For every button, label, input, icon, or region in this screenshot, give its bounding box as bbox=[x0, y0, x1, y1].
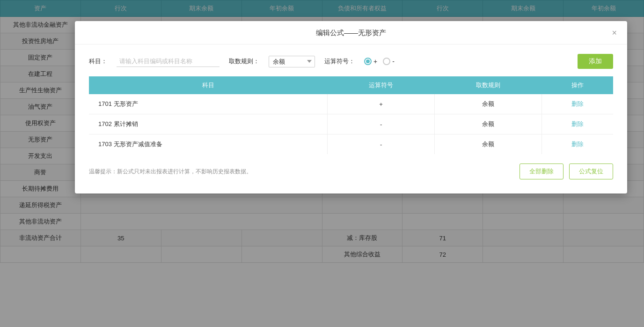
reset-formula-button[interactable]: 公式复位 bbox=[569, 164, 613, 179]
operator-minus-label: - bbox=[392, 58, 395, 65]
edit-formula-modal: 编辑公式——无形资产 × 科目： 取数规则： 余额 借方 贷方 借方发生额 贷方… bbox=[75, 21, 627, 193]
radio-plus-indicator bbox=[364, 58, 372, 65]
col-action-header: 操作 bbox=[542, 76, 613, 94]
row2-rule: 余额 bbox=[435, 114, 542, 134]
formula-table-wrap: 科目 运算符号 取数规则 操作 1701 无形资产 + 余额 删除 1702 累… bbox=[89, 76, 613, 154]
rule-select-wrap: 余额 借方 贷方 借方发生额 贷方发生额 bbox=[269, 56, 315, 67]
row1-action: 删除 bbox=[542, 94, 613, 114]
footer-buttons: 全部删除 公式复位 bbox=[520, 164, 613, 179]
operator-plus-label: + bbox=[373, 58, 377, 65]
row2-action: 删除 bbox=[542, 114, 613, 134]
row3-rule: 余额 bbox=[435, 134, 542, 155]
row3-delete-button[interactable]: 删除 bbox=[571, 140, 584, 149]
operator-minus-radio[interactable]: - bbox=[383, 58, 395, 65]
row3-operator: - bbox=[328, 134, 435, 155]
modal-header: 编辑公式——无形资产 × bbox=[75, 21, 627, 45]
subject-input[interactable] bbox=[117, 56, 220, 67]
row2-operator: - bbox=[328, 114, 435, 134]
operator-label: 运算符号： bbox=[324, 57, 355, 66]
modal-footer: 温馨提示：新公式只对未出报表进行计算，不影响历史报表数据。 全部删除 公式复位 bbox=[75, 154, 627, 179]
delete-all-button[interactable]: 全部删除 bbox=[520, 164, 564, 179]
formula-form-row: 科目： 取数规则： 余额 借方 贷方 借方发生额 贷方发生额 运算符号： + -… bbox=[75, 45, 627, 76]
modal-close-button[interactable]: × bbox=[609, 28, 620, 38]
row1-subject: 1701 无形资产 bbox=[89, 94, 328, 114]
row3-subject: 1703 无形资产减值准备 bbox=[89, 134, 328, 155]
row1-operator: + bbox=[328, 94, 435, 114]
row2-subject: 1702 累计摊销 bbox=[89, 114, 328, 134]
operator-plus-radio[interactable]: + bbox=[364, 58, 377, 65]
rule-label: 取数规则： bbox=[229, 57, 259, 66]
modal-title: 编辑公式——无形资产 bbox=[316, 29, 386, 37]
table-header-row: 科目 运算符号 取数规则 操作 bbox=[89, 76, 613, 94]
row2-delete-button[interactable]: 删除 bbox=[571, 120, 584, 128]
row3-action: 删除 bbox=[542, 134, 613, 155]
operator-radio-group: + - bbox=[364, 58, 395, 65]
subject-label: 科目： bbox=[89, 57, 107, 66]
table-row: 1701 无形资产 + 余额 删除 bbox=[89, 94, 613, 114]
table-row: 1702 累计摊销 - 余额 删除 bbox=[89, 114, 613, 134]
row1-rule: 余额 bbox=[435, 94, 542, 114]
col-rule-header: 取数规则 bbox=[435, 76, 542, 94]
col-operator-header: 运算符号 bbox=[328, 76, 435, 94]
table-row: 1703 无形资产减值准备 - 余额 删除 bbox=[89, 134, 613, 155]
footer-tip: 温馨提示：新公式只对未出报表进行计算，不影响历史报表数据。 bbox=[89, 168, 252, 176]
row1-delete-button[interactable]: 删除 bbox=[571, 100, 584, 108]
formula-table: 科目 运算符号 取数规则 操作 1701 无形资产 + 余额 删除 1702 累… bbox=[89, 76, 613, 154]
add-button[interactable]: 添加 bbox=[578, 54, 613, 69]
radio-minus-indicator bbox=[383, 58, 390, 65]
col-subject-header: 科目 bbox=[89, 76, 328, 94]
rule-select[interactable]: 余额 借方 贷方 借方发生额 贷方发生额 bbox=[269, 56, 315, 67]
